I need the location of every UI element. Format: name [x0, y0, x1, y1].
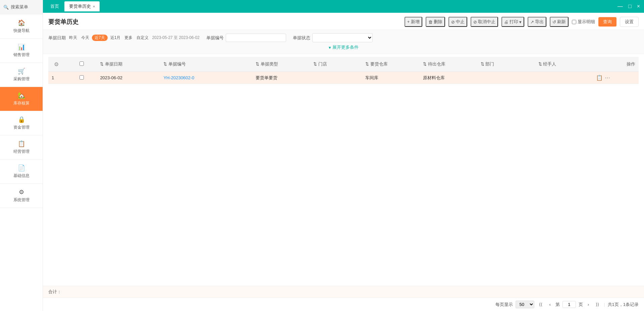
page-first-btn[interactable]: ⟨⟨: [537, 301, 544, 308]
row-ops: 📋 ⋯: [593, 72, 639, 84]
doc-status-select[interactable]: [312, 33, 373, 42]
page-title: 要货单历史: [48, 18, 78, 26]
col-handler-header: ⇅ 经手人: [535, 57, 593, 72]
refresh-button[interactable]: ↺ 刷新: [550, 17, 569, 27]
row-dept: [477, 72, 535, 84]
row-no: 1: [48, 72, 76, 84]
row-shop: [310, 72, 362, 84]
col-reqwh-sort-icon[interactable]: ⇅: [365, 61, 369, 66]
query-button[interactable]: 查询: [598, 17, 616, 27]
sidebar-item-operations[interactable]: 📋 经营管理: [0, 135, 43, 160]
export-icon: ↗: [530, 19, 534, 25]
tab-active[interactable]: 要货单历史 ×: [64, 1, 100, 11]
row-docno: YH-20230602-0: [160, 72, 252, 84]
data-table: ⚙ ⇅ 单据日期 ⇅ 单据编号: [48, 57, 639, 84]
col-shop-header: ⇅ 门店: [310, 57, 362, 72]
shortcut-7days[interactable]: 近7天: [92, 35, 108, 41]
date-range-display: 2023-05-27 至 2023-06-02: [152, 35, 199, 41]
col-handler-sort-icon[interactable]: ⇅: [538, 61, 542, 66]
refresh-icon: ↺: [552, 19, 556, 25]
col-pendwh-sort-icon[interactable]: ⇅: [423, 61, 427, 66]
sidebar-item-inventory[interactable]: 🏡 库存核算: [0, 87, 43, 111]
doc-status-label: 单据状态: [293, 35, 310, 41]
page-content: 要货单历史 + 新增 🗑 删除 ⊘ 中止 ⊘ 取消中止: [43, 13, 644, 311]
window-close-icon[interactable]: ×: [636, 3, 641, 10]
page-last-btn[interactable]: ⟩⟩: [594, 301, 601, 308]
sidebar-item-basicinfo[interactable]: 📄 基础信息: [0, 160, 43, 184]
row-more-icon[interactable]: ⋯: [605, 75, 610, 81]
row-checkbox-cell: [76, 72, 97, 84]
col-shop-sort-icon[interactable]: ⇅: [313, 61, 317, 66]
operations-icon: 📋: [18, 140, 25, 147]
basicinfo-icon: 📄: [18, 164, 25, 172]
sidebar-label-basicinfo: 基础信息: [13, 173, 30, 179]
col-date-header: ⇅ 单据日期: [97, 57, 160, 72]
sidebar-item-system[interactable]: ⚙ 系统管理: [0, 184, 43, 208]
delete-icon: 🗑: [428, 19, 433, 25]
page-size-select[interactable]: 50 10 20 100: [516, 301, 534, 308]
table-settings-icon[interactable]: ⚙: [52, 59, 61, 69]
col-type-sort-icon[interactable]: ⇅: [256, 61, 259, 66]
print-icon: 🖨: [504, 19, 508, 25]
sales-icon: 📊: [18, 43, 25, 51]
sidebar-label-system: 系统管理: [13, 197, 30, 203]
sidebar-search[interactable]: 🔍 搜索菜单: [0, 0, 43, 14]
show-detail-input[interactable]: [572, 20, 576, 24]
row-view-icon[interactable]: 📋: [596, 75, 603, 81]
col-settings-header: ⚙: [48, 57, 76, 72]
page-prev-btn[interactable]: ‹: [547, 301, 552, 308]
col-dept-header: ⇅ 部门: [477, 57, 535, 72]
shortcut-custom[interactable]: 自定义: [135, 35, 150, 41]
col-dept-sort-icon[interactable]: ⇅: [481, 61, 484, 66]
window-minimize-icon[interactable]: —: [616, 3, 624, 10]
doc-no-input[interactable]: [226, 34, 286, 42]
select-all-checkbox[interactable]: [79, 61, 84, 66]
cancel-stop-button[interactable]: ⊘ 取消中止: [471, 17, 498, 27]
new-button[interactable]: + 新增: [405, 17, 422, 27]
home-icon: 🏠: [18, 19, 25, 27]
shortcut-1month[interactable]: 近1月: [109, 35, 122, 41]
row-docno-link[interactable]: YH-20230602-0: [163, 75, 194, 80]
total-records-label: 共1页，1条记录: [608, 302, 639, 308]
print-dropdown-icon: ▾: [519, 19, 522, 25]
delete-button[interactable]: 🗑 删除: [426, 17, 445, 27]
docno-filter-group: 单据编号: [206, 34, 286, 42]
finance-icon: 🔒: [18, 116, 25, 123]
print-button[interactable]: 🖨 打印 ▾: [501, 17, 524, 27]
cancel-stop-icon: ⊘: [473, 19, 477, 25]
page-input[interactable]: [562, 301, 576, 308]
stop-button[interactable]: ⊘ 中止: [448, 17, 467, 27]
shortcut-yesterday[interactable]: 昨天: [68, 35, 78, 41]
page-size-label: 每页显示: [495, 302, 513, 308]
inventory-icon: 🏡: [18, 92, 25, 99]
sidebar-label-sales: 销售管理: [13, 52, 30, 58]
page-next-btn[interactable]: ›: [586, 301, 591, 308]
col-checkbox-header: [76, 57, 97, 72]
shortcut-more[interactable]: 更多: [123, 35, 134, 41]
export-button[interactable]: ↗ 导出: [528, 17, 546, 27]
col-date-sort-icon[interactable]: ⇅: [100, 61, 104, 66]
sidebar-item-quick-nav[interactable]: 🏠 快捷导航: [0, 14, 43, 39]
settings-button[interactable]: 设置: [620, 17, 639, 27]
col-ops-header: 操作: [593, 57, 639, 72]
shortcut-today[interactable]: 今天: [80, 35, 91, 41]
table-container: ⚙ ⇅ 单据日期 ⇅ 单据编号: [43, 54, 644, 286]
tab-home-label: 首页: [50, 3, 59, 9]
sidebar-item-sales[interactable]: 📊 销售管理: [0, 39, 43, 63]
window-maximize-icon[interactable]: □: [627, 3, 633, 10]
row-pend-wh: 原材料仓库: [420, 72, 477, 84]
expand-more-icon: ▾: [329, 45, 331, 50]
expand-more-btn[interactable]: ▾ 展开更多条件: [48, 44, 639, 50]
page-label: 第: [555, 302, 560, 308]
tab-home[interactable]: 首页: [46, 1, 64, 11]
table-row: 1 2023-06-02 YH-20230602-0 要货单要货 车间库: [48, 72, 639, 84]
tab-active-label: 要货单历史: [69, 3, 91, 9]
sidebar-label-finance: 资金管理: [13, 125, 30, 130]
sidebar-item-finance[interactable]: 🔒 资金管理: [0, 111, 43, 135]
col-docno-sort-icon[interactable]: ⇅: [163, 61, 167, 66]
sidebar-item-purchase[interactable]: 🛒 采购管理: [0, 63, 43, 87]
show-detail-checkbox[interactable]: 显示明细: [572, 19, 595, 25]
row-checkbox[interactable]: [79, 75, 84, 80]
row-handler: [535, 72, 593, 84]
tab-close-icon[interactable]: ×: [93, 4, 95, 8]
